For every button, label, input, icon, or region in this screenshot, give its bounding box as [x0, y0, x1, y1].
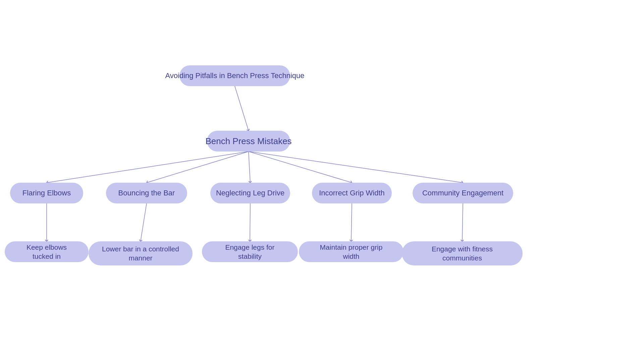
sub-label-engage-communities: Engage with fitness communities [414, 244, 511, 263]
root-label: Avoiding Pitfalls in Bench Press Techniq… [165, 71, 305, 80]
svg-line-4 [249, 152, 352, 183]
child-node-neglecting-leg: Neglecting Leg Drive [210, 183, 290, 203]
child-label-neglecting-leg: Neglecting Leg Drive [216, 189, 284, 197]
child-node-bouncing-bar: Bouncing the Bar [106, 183, 187, 203]
diagram-container: Avoiding Pitfalls in Bench Press Techniq… [0, 0, 644, 363]
svg-line-0 [235, 86, 249, 131]
sub-node-engage-legs: Engage legs for stability [202, 241, 298, 262]
sub-label-maintain-grip: Maintain proper grip width [311, 243, 391, 261]
svg-line-10 [462, 203, 463, 241]
svg-line-2 [147, 152, 249, 183]
svg-line-5 [249, 152, 463, 183]
svg-line-9 [351, 203, 352, 241]
child-label-flaring-elbows: Flaring Elbows [22, 189, 71, 197]
child-node-flaring-elbows: Flaring Elbows [10, 183, 83, 203]
sub-node-maintain-grip: Maintain proper grip width [299, 241, 404, 262]
root-node: Avoiding Pitfalls in Bench Press Techniq… [179, 65, 290, 86]
child-label-bouncing-bar: Bouncing the Bar [118, 189, 175, 197]
sub-node-engage-communities: Engage with fitness communities [402, 241, 523, 265]
svg-line-1 [47, 152, 249, 183]
child-node-community: Community Engagement [413, 183, 513, 203]
level1-node: Bench Press Mistakes [207, 131, 290, 152]
sub-label-engage-legs: Engage legs for stability [214, 243, 286, 261]
sub-node-keep-elbows: Keep elbows tucked in [5, 241, 89, 262]
child-label-community: Community Engagement [422, 189, 503, 197]
sub-label-keep-elbows: Keep elbows tucked in [17, 243, 76, 261]
level1-label: Bench Press Mistakes [205, 136, 291, 146]
child-node-incorrect-grip: Incorrect Grip Width [312, 183, 392, 203]
sub-label-lower-bar: Lower bar in a controlled manner [101, 244, 180, 263]
svg-line-3 [249, 152, 250, 183]
sub-node-lower-bar: Lower bar in a controlled manner [89, 241, 193, 265]
svg-line-7 [141, 203, 147, 241]
svg-line-8 [250, 203, 250, 241]
connectors-svg [0, 0, 644, 363]
child-label-incorrect-grip: Incorrect Grip Width [319, 189, 385, 197]
